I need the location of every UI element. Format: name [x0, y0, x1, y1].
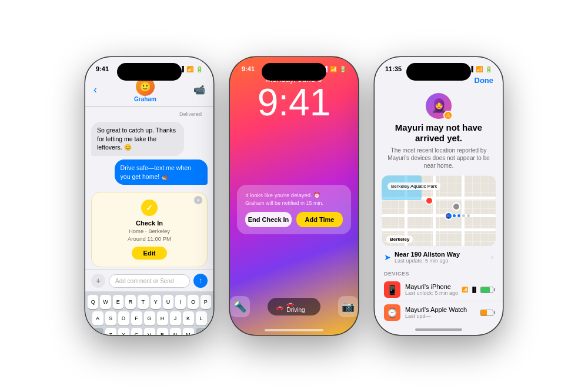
backspace-key[interactable]: ⌫ — [196, 328, 211, 335]
message-sent-1: Drive safe—text me when you get home! 🦔 — [115, 160, 208, 185]
delivered-label: Delivered — [91, 111, 208, 118]
p1-time: 9:41 — [96, 65, 109, 72]
watch-name: Mayuri's Apple Watch — [405, 306, 467, 313]
key-m[interactable]: M — [183, 328, 194, 335]
home-indicator-3 — [415, 328, 462, 331]
checkin-title: Check In — [99, 220, 200, 227]
alert-section: 🧕 ⚠ Mayuri may not have arrived yet. The… — [375, 88, 503, 175]
messages-list: Delivered So great to catch up. Thanks f… — [85, 107, 213, 190]
iphone-status: Last unlock: 5 min ago — [405, 290, 458, 296]
warning-badge: ⚠ — [443, 111, 453, 120]
location-name: Near 190 Allston Way — [395, 251, 460, 258]
key-b[interactable]: B — [157, 328, 168, 335]
key-w[interactable]: W — [100, 295, 111, 309]
key-g[interactable]: G — [144, 311, 155, 325]
video-call-button[interactable]: 📹 — [193, 84, 205, 95]
iphone-device-icon: 📱 — [384, 281, 400, 298]
iphone-status-icons: 📶 ▐▌ — [462, 287, 493, 293]
p2-time: 9:41 — [242, 65, 255, 72]
checkin-time: Around 11:00 PM — [99, 235, 200, 242]
checkin-location: Home · Berkeley — [99, 228, 200, 234]
location-arrow-icon: ➤ — [384, 253, 391, 262]
end-checkin-button[interactable]: End Check In — [245, 212, 292, 227]
send-button[interactable]: ↑ — [193, 274, 208, 288]
key-s[interactable]: S — [105, 311, 116, 325]
phone-lockscreen: 9:41 ▐▌▐ 📶 🔋 Monday, June 5 9:41 — [230, 57, 358, 335]
keyboard: Q W E R T Y U I O P A S D — [85, 291, 213, 335]
key-o[interactable]: O — [188, 295, 198, 309]
location-row[interactable]: ➤ Near 190 Allston Way Last update: 5 mi… — [375, 246, 503, 266]
key-n[interactable]: N — [170, 328, 181, 335]
contact-name[interactable]: Graham — [134, 96, 156, 102]
camera-button[interactable]: 📷 — [338, 296, 358, 317]
alert-subtitle: The most recent location reported by May… — [384, 147, 493, 170]
key-x[interactable]: X — [118, 328, 129, 335]
iphone-battery-icon — [480, 287, 493, 293]
key-y[interactable]: Y — [151, 295, 161, 309]
location-map[interactable]: 🧕 Berkeley Berkeley Aquatic Park — [382, 175, 496, 246]
key-z[interactable]: Z — [105, 328, 116, 335]
message-input-bar: + Add comment or Send ↑ — [85, 270, 213, 291]
home-indicator-2 — [265, 329, 323, 331]
checkin-close-button[interactable]: ✕ — [194, 196, 202, 204]
iphone-wifi-icon: 📶 — [462, 287, 468, 293]
key-k[interactable]: K — [183, 311, 194, 325]
key-j[interactable]: J — [170, 311, 181, 325]
watch-status: Last upd— — [405, 313, 467, 319]
keyboard-row-3: ⇧ Z X C V B N M ⌫ — [88, 328, 211, 335]
phone3-screen: 11:35 ▐▌▐ 📶 🔋 Done 🧕 ⚠ Mayu — [375, 57, 503, 335]
done-button[interactable]: Done — [475, 76, 494, 85]
watch-status-icons — [480, 310, 493, 316]
back-button[interactable]: ‹ — [93, 84, 97, 96]
message-input[interactable]: Add comment or Send — [109, 274, 190, 288]
message-received-1: So great to catch up. Thanks for letting… — [91, 122, 184, 156]
lockscreen-time: 9:41 — [252, 84, 337, 121]
notification-delay-icon: ⏰ — [313, 192, 320, 198]
checkin-notification: It looks like you're delayed. ⏰ Graham w… — [237, 185, 351, 234]
phone-findmy: 11:35 ▐▌▐ 📶 🔋 Done 🧕 ⚠ Mayu — [375, 57, 503, 335]
key-d[interactable]: D — [118, 311, 129, 325]
dynamic-island-3 — [406, 63, 471, 81]
driving-icon: 🚗 — [276, 304, 283, 310]
lockscreen-content: 9:41 ▐▌▐ 📶 🔋 Monday, June 5 9:41 — [230, 57, 358, 335]
p3-time: 11:35 — [385, 65, 402, 72]
device-info-iphone: 📱 Mayuri's iPhone Last unlock: 5 min ago — [384, 281, 458, 298]
phone1-screen: 9:41 ▐▌▐ 📶 🔋 ‹ 🙂 Graham 📹 Deliv — [85, 57, 213, 335]
attachment-button[interactable]: + — [91, 274, 105, 288]
key-f[interactable]: F — [131, 311, 142, 325]
key-t[interactable]: T — [138, 295, 148, 309]
key-r[interactable]: R — [125, 295, 136, 309]
checkin-icon: ✓ — [141, 200, 158, 216]
battery-icon: 🔋 — [196, 66, 203, 72]
key-u[interactable]: U — [163, 295, 173, 309]
checkin-edit-button[interactable]: Edit — [132, 247, 168, 260]
map-label: Berkeley — [386, 235, 413, 243]
key-l[interactable]: L — [196, 311, 207, 325]
key-v[interactable]: V — [144, 328, 155, 335]
map-pin-gray — [452, 202, 460, 211]
key-p[interactable]: P — [201, 295, 211, 309]
device-info-watch: ⌚ Mayuri's Apple Watch Last upd— — [384, 304, 467, 321]
key-c[interactable]: C — [131, 328, 142, 335]
p3-wifi-icon: 📶 — [476, 66, 483, 72]
shift-key[interactable]: ⇧ — [88, 328, 103, 335]
notification-actions: End Check In Add Time — [245, 212, 343, 227]
driving-mode-pill[interactable]: 🚗 🚗 Driving — [268, 298, 320, 315]
alert-title: Mayuri may not have arrived yet. — [384, 122, 493, 144]
key-i[interactable]: I — [175, 295, 186, 309]
watch-device-icon: ⌚ — [384, 304, 400, 321]
location-text: Near 190 Allston Way Last update: 5 min … — [395, 251, 460, 264]
iphone-name: Mayuri's iPhone — [405, 283, 458, 290]
location-info: ➤ Near 190 Allston Way Last update: 5 mi… — [384, 251, 460, 264]
contact-info: 🙂 Graham — [134, 77, 156, 102]
key-a[interactable]: A — [92, 311, 103, 325]
checkin-card: ✕ ✓ Check In Home · Berkeley Around 11:0… — [91, 192, 208, 267]
notification-header: It looks like you're delayed. ⏰ — [245, 192, 343, 198]
notification-subtext: Graham will be notified in 15 min. — [245, 200, 343, 206]
key-h[interactable]: H — [157, 311, 168, 325]
add-time-button[interactable]: Add Time — [296, 212, 343, 227]
key-q[interactable]: Q — [88, 295, 98, 309]
key-e[interactable]: E — [113, 295, 123, 309]
phone-messages: 9:41 ▐▌▐ 📶 🔋 ‹ 🙂 Graham 📹 Deliv — [85, 57, 213, 335]
flashlight-button[interactable]: 🔦 — [230, 296, 250, 317]
